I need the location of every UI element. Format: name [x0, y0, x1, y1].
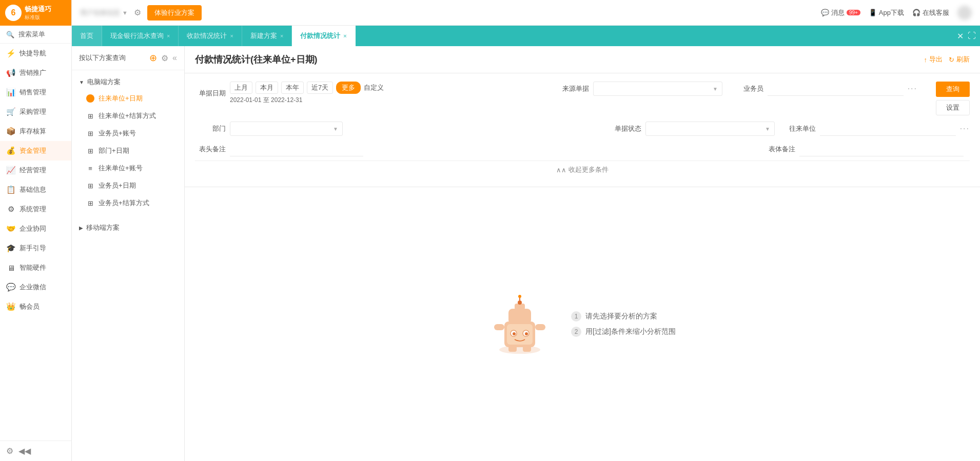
date-more-btn[interactable]: 更多 — [336, 82, 361, 94]
tab-receipt-stats-close[interactable]: × — [230, 33, 233, 39]
user-avatar[interactable] — [957, 6, 972, 20]
empty-tip-2: 2 用[过滤]条件来缩小分析范围 — [571, 327, 676, 337]
trial-btn[interactable]: 体验行业方案 — [147, 5, 202, 21]
app-download-action[interactable]: 📱 App下载 — [869, 8, 904, 17]
date-this-month-btn[interactable]: 本月 — [256, 82, 278, 94]
search-menu[interactable]: 🔍 搜索菜单 — [0, 26, 71, 44]
date-last7-btn[interactable]: 近7天 — [307, 82, 333, 94]
tab-bank-flow-label: 现金银行流水查询 — [110, 31, 164, 41]
scheme-item-staff-account[interactable]: ⊞ 业务员+账号 — [72, 125, 184, 142]
svg-rect-14 — [508, 345, 517, 352]
partner-dots-btn[interactable]: ··· — [960, 124, 970, 133]
sidebar-item-capital[interactable]: 💰 资金管理 — [0, 141, 71, 161]
collapse-btn[interactable]: ∧∧ 收起更多条件 — [556, 165, 609, 174]
tab-new-scheme-close[interactable]: × — [280, 33, 283, 39]
close-all-tabs-icon[interactable]: ✕ — [957, 31, 964, 41]
headphone-icon: 🎧 — [912, 9, 920, 16]
sidebar-item-inventory[interactable]: 📦 库存核算 — [0, 122, 71, 141]
header-note-input[interactable] — [230, 142, 363, 156]
tab-payment-stats-close[interactable]: × — [343, 33, 346, 39]
export-btn[interactable]: ↑ 导出 — [924, 55, 943, 64]
salesman-dots-btn[interactable]: ··· — [908, 84, 917, 93]
app-name: 畅捷通巧 — [25, 5, 51, 14]
settings-btn[interactable]: 设置 — [936, 100, 970, 115]
source-bill-select[interactable]: ▼ — [593, 82, 722, 96]
desktop-section-header[interactable]: ▼ 电脑端方案 — [72, 74, 184, 90]
sidebar-item-system[interactable]: ⚙ 系统管理 — [0, 199, 71, 219]
user-area: 用户名称信息 ▼ — [80, 8, 128, 17]
sidebar-item-label: 经营管理 — [19, 166, 46, 175]
tab-new-scheme-label: 新建方案 — [250, 31, 277, 41]
sidebar-item-label: 企业协同 — [19, 224, 46, 233]
mobile-scheme-section: ▶ 移动端方案 — [72, 216, 184, 239]
tip-num-1: 1 — [571, 311, 581, 322]
dept-select[interactable]: ▼ — [230, 122, 343, 136]
settings-bottom-icon[interactable]: ⚙ — [6, 446, 13, 456]
tab-bank-flow-close[interactable]: × — [167, 33, 170, 39]
sidebar-item-marketing[interactable]: 📢 营销推广 — [0, 63, 71, 83]
sidebar-item-wechat[interactable]: 💬 企业微信 — [0, 277, 71, 297]
header-settings-icon[interactable]: ⚙ — [134, 8, 141, 17]
scheme-item-dept-date[interactable]: ⊞ 部门+日期 — [72, 142, 184, 159]
add-scheme-icon[interactable]: ⊕ — [149, 52, 157, 64]
header-actions: 💬 消息 99+ 📱 App下载 🎧 在线客服 — [821, 6, 972, 20]
empty-state: 1 请先选择要分析的方案 2 用[过滤]条件来缩小分析范围 — [489, 293, 676, 355]
operations-icon: 📈 — [6, 166, 15, 175]
sidebar-item-hardware[interactable]: 🖥 智能硬件 — [0, 258, 71, 277]
collapse-panel-icon[interactable]: « — [172, 53, 177, 63]
scheme-item-label: 部门+日期 — [99, 146, 129, 155]
sidebar-item-guide[interactable]: 🎓 新手引导 — [0, 238, 71, 258]
desktop-section-label: 电脑端方案 — [87, 77, 121, 87]
scheme-item-label: 业务员+结算方式 — [99, 198, 149, 208]
sidebar-item-enterprise[interactable]: 🤝 企业协同 — [0, 219, 71, 238]
tab-new-scheme[interactable]: 新建方案 × — [242, 26, 292, 46]
tab-bank-flow[interactable]: 现金银行流水查询 × — [102, 26, 179, 46]
scheme-item-unit-date[interactable]: 往来单位+日期 — [72, 90, 184, 107]
export-icon: ↑ — [924, 56, 928, 64]
mobile-section-label: 移动端方案 — [86, 223, 120, 232]
user-dropdown-icon[interactable]: ▼ — [122, 10, 128, 16]
bill-status-select[interactable]: ▼ — [645, 122, 775, 136]
sidebar-item-quick-nav[interactable]: ⚡ 快捷导航 — [0, 44, 71, 63]
refresh-btn[interactable]: ↻ 刷新 — [949, 55, 970, 64]
maximize-icon[interactable]: ⛶ — [968, 31, 976, 41]
scheme-item-label: 业务员+日期 — [99, 181, 136, 190]
query-btn[interactable]: 查询 — [936, 82, 970, 97]
scheme-icon-circle — [86, 94, 94, 103]
scheme-item-staff-settlement[interactable]: ⊞ 业务员+结算方式 — [72, 194, 184, 212]
tab-receipt-stats[interactable]: 收款情况统计 × — [179, 26, 242, 46]
sidebar-item-purchase[interactable]: 🛒 采购管理 — [0, 102, 71, 122]
tab-home[interactable]: 首页 — [72, 26, 102, 46]
sidebar-item-basic-info[interactable]: 📋 基础信息 — [0, 180, 71, 199]
refresh-label: 刷新 — [956, 55, 970, 64]
date-this-year-btn[interactable]: 本年 — [281, 82, 304, 94]
mobile-section-header[interactable]: ▶ 移动端方案 — [72, 220, 184, 235]
wechat-icon: 💬 — [6, 283, 15, 292]
sidebar-item-operations[interactable]: 📈 经营管理 — [0, 161, 71, 180]
empty-tip1-text: 请先选择要分析的方案 — [585, 312, 657, 321]
scheme-item-unit-settlement[interactable]: ⊞ 往来单位+结算方式 — [72, 107, 184, 125]
main-area: 用户名称信息 ▼ ⚙ 体验行业方案 💬 消息 99+ 📱 App下载 🎧 在线客… — [72, 0, 980, 461]
collapse-sidebar-icon[interactable]: ◀◀ — [18, 446, 31, 456]
hardware-icon: 🖥 — [6, 263, 15, 272]
svg-point-6 — [525, 332, 528, 335]
vip-icon: 👑 — [6, 302, 15, 311]
scheme-item-unit-account[interactable]: ≡ 往来单位+账号 — [72, 159, 184, 177]
scheme-settings-icon[interactable]: ⚙ — [161, 53, 168, 63]
tab-home-label: 首页 — [80, 31, 93, 41]
sidebar-item-label: 畅会员 — [19, 302, 40, 311]
online-service-action[interactable]: 🎧 在线客服 — [912, 8, 949, 17]
svg-point-5 — [513, 332, 516, 335]
sidebar-item-label: 企业微信 — [19, 283, 46, 292]
messages-action[interactable]: 💬 消息 99+ — [821, 8, 860, 17]
date-last-month-btn[interactable]: 上月 — [230, 82, 252, 94]
scheme-icon-bar: ≡ — [86, 164, 94, 172]
tab-payment-stats[interactable]: 付款情况统计 × — [292, 26, 355, 46]
body-note-input[interactable] — [799, 142, 964, 156]
sidebar-item-sales[interactable]: 📊 销售管理 — [0, 83, 71, 102]
empty-tip2-text: 用[过滤]条件来缩小分析范围 — [585, 327, 676, 336]
date-range-value: 2022-01-01 至 2022-12-31 — [230, 96, 302, 105]
svg-rect-7 — [508, 309, 531, 324]
scheme-item-staff-date[interactable]: ⊞ 业务员+日期 — [72, 177, 184, 194]
sidebar-item-vip[interactable]: 👑 畅会员 — [0, 297, 71, 316]
